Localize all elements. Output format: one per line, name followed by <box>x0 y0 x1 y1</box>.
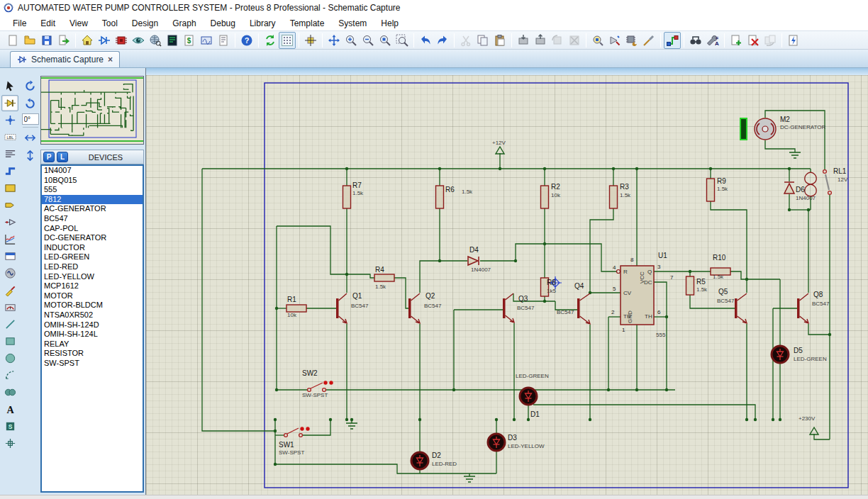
device-item-1n4007[interactable]: 1N4007 <box>42 166 143 176</box>
menu-template[interactable]: Template <box>283 17 332 30</box>
2d-markers-button[interactable] <box>1 435 18 452</box>
device-item-sw-spst[interactable]: SW-SPST <box>42 359 143 369</box>
pan-view-button[interactable] <box>326 32 343 49</box>
text-script-button[interactable] <box>1 146 18 162</box>
menu-tool[interactable]: Tool <box>95 17 125 30</box>
menu-help[interactable]: Help <box>374 17 406 30</box>
menu-design[interactable]: Design <box>125 17 165 30</box>
current-probe-button[interactable] <box>1 299 18 315</box>
device-item-resistor[interactable]: RESISTOR <box>42 349 143 359</box>
import-project-button[interactable] <box>55 32 72 49</box>
copy-button[interactable] <box>474 32 491 49</box>
decompose-button[interactable] <box>640 32 657 49</box>
mirror-vertical-button[interactable] <box>23 147 38 163</box>
zoom-area-button[interactable] <box>394 32 411 49</box>
buses-mode-button[interactable] <box>1 163 18 179</box>
device-item-555[interactable]: 555 <box>42 185 143 195</box>
block-move-button[interactable] <box>532 32 549 49</box>
device-pins-mode-button[interactable] <box>1 214 18 230</box>
voltage-probe-button[interactable] <box>1 282 18 298</box>
electrical-rule-check-button[interactable] <box>785 32 802 49</box>
menu-library[interactable]: Library <box>243 17 283 30</box>
menu-file[interactable]: File <box>6 17 33 30</box>
schematic-capture-button[interactable] <box>96 32 113 49</box>
save-button[interactable] <box>38 32 55 49</box>
home-button[interactable] <box>79 32 96 49</box>
bill-of-materials-button[interactable]: $ <box>181 32 198 49</box>
menu-debug[interactable]: Debug <box>204 17 243 30</box>
tape-recorder-button[interactable] <box>1 248 18 264</box>
packaging-tool-button[interactable] <box>623 32 640 49</box>
device-item-inductor[interactable]: INDUCTOR <box>42 243 143 253</box>
2d-arc-button[interactable] <box>1 367 18 383</box>
menu-edit[interactable]: Edit <box>33 17 62 30</box>
open-folder-button[interactable] <box>21 32 38 49</box>
device-item-ac-generator[interactable]: AC-GENERATOR <box>42 204 143 214</box>
2d-symbol-button[interactable]: S <box>1 418 18 434</box>
2d-text-button[interactable]: A <box>1 401 18 417</box>
device-item-ntsa0xr502[interactable]: NTSA0XR502 <box>42 310 143 320</box>
menu-system[interactable]: System <box>331 17 374 30</box>
terminals-mode-button[interactable] <box>1 197 18 213</box>
component-mode-button[interactable] <box>1 95 18 111</box>
toggle-grid-button[interactable] <box>279 32 296 49</box>
make-device-button[interactable] <box>606 32 623 49</box>
library-button[interactable]: L <box>57 152 68 162</box>
junction-dot-button[interactable] <box>1 112 18 128</box>
menu-graph[interactable]: Graph <box>165 17 203 30</box>
schematic-canvas[interactable] <box>145 75 868 495</box>
search-tag-button[interactable] <box>687 32 704 49</box>
subcircuit-mode-button[interactable] <box>1 180 18 196</box>
new-sheet-button[interactable] <box>728 32 745 49</box>
graph-analyser-button[interactable] <box>198 32 215 49</box>
device-item-led-red[interactable]: LED-RED <box>42 262 143 272</box>
device-item-dc-generator[interactable]: DC-GENERATOR <box>42 233 143 243</box>
device-item-10bq015[interactable]: 10BQ015 <box>42 176 143 186</box>
project-notes-button[interactable] <box>215 32 232 49</box>
device-item-omih-sh-124d[interactable]: OMIH-SH-124D <box>42 320 143 330</box>
pick-devices-button[interactable]: P <box>43 152 55 162</box>
zoom-in-button[interactable] <box>343 32 360 49</box>
zoom-out-button[interactable] <box>360 32 377 49</box>
mirror-horizontal-button[interactable] <box>23 130 38 145</box>
rotation-angle-field[interactable] <box>22 113 39 125</box>
gerber-viewer-button[interactable] <box>147 32 164 49</box>
2d-closed-path-button[interactable] <box>1 384 18 400</box>
device-item-bc547[interactable]: BC547 <box>42 214 143 224</box>
block-copy-button[interactable] <box>515 32 532 49</box>
tab-close-icon[interactable]: × <box>108 55 113 65</box>
remove-sheet-button[interactable] <box>745 32 762 49</box>
device-item-mcp1612[interactable]: MCP1612 <box>42 281 143 291</box>
device-item-omih-sh-124l[interactable]: OMIH-SH-124L <box>42 330 143 340</box>
new-file-button[interactable] <box>4 32 21 49</box>
graph-mode-button[interactable] <box>1 231 18 247</box>
origin-button[interactable] <box>302 32 319 49</box>
2d-box-button[interactable] <box>1 333 18 349</box>
3d-viewer-button[interactable] <box>130 32 147 49</box>
help-button[interactable]: ? <box>238 32 255 49</box>
overview-minimap[interactable] <box>40 76 144 145</box>
device-item-7812[interactable]: 7812 <box>42 195 143 205</box>
menu-view[interactable]: View <box>62 17 95 30</box>
wire-label-button[interactable]: LBL <box>1 129 18 145</box>
rotate-anticlockwise-button[interactable] <box>23 96 38 111</box>
zoom-all-button[interactable] <box>377 32 394 49</box>
2d-line-button[interactable] <box>1 316 18 332</box>
paste-button[interactable] <box>491 32 508 49</box>
redraw-display-button[interactable] <box>262 32 279 49</box>
redo-button[interactable] <box>434 32 451 49</box>
device-item-relay[interactable]: RELAY <box>42 340 143 349</box>
device-item-motor-bldcm[interactable]: MOTOR-BLDCM <box>42 301 143 310</box>
selection-tool-button[interactable] <box>1 78 18 94</box>
2d-circle-button[interactable] <box>1 350 18 366</box>
generator-mode-button[interactable] <box>1 265 18 281</box>
device-item-led-green[interactable]: LED-GREEN <box>42 252 143 262</box>
wire-autoroute-button[interactable] <box>664 32 681 49</box>
tab-schematic-capture[interactable]: Schematic Capture × <box>10 51 120 67</box>
device-item-led-yellow[interactable]: LED-YELLOW <box>42 272 143 282</box>
design-explorer-button[interactable] <box>164 32 181 49</box>
device-item-motor[interactable]: MOTOR <box>42 291 143 301</box>
devices-list[interactable]: 1N400710BQ0155557812AC-GENERATORBC547CAP… <box>40 164 144 493</box>
device-item-cap-pol[interactable]: CAP-POL <box>42 224 143 234</box>
rotate-clockwise-button[interactable] <box>23 78 38 94</box>
